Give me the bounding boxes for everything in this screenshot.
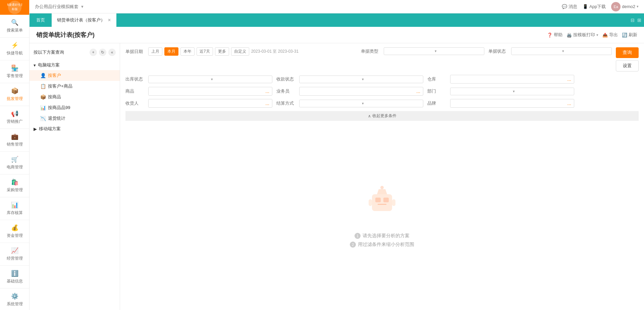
user-profile-button[interactable]: Ea demo2 ▾: [611, 2, 639, 11]
hint-num-1: 1: [355, 233, 361, 239]
doc-type-label: 单据类型: [361, 48, 381, 54]
scheme-item-by-customer-product[interactable]: 📋 按客户+商品: [30, 81, 120, 92]
receipt-status-select[interactable]: ▾: [299, 75, 423, 83]
print-button[interactable]: 🖨️ 按模板打印 ▾: [567, 32, 598, 38]
tab-sales-stats[interactable]: 销货单统计表（按客户） ✕: [52, 13, 116, 27]
sidebar-item-retail[interactable]: 🏪 零售管理: [0, 60, 30, 83]
scheme-item-by-product-99[interactable]: 📊 按商品品99: [30, 102, 120, 113]
content-layout: 按以下方案查询 + ↻ « ▾ 电脑端方案 👤: [30, 43, 644, 310]
sidebar-item-purchase[interactable]: 🛍️ 采购管理: [0, 174, 30, 197]
department-chevron-icon: ▾: [513, 89, 571, 94]
breadcrumb-chevron: ▾: [81, 4, 84, 9]
scheme-item-by-product[interactable]: 📦 按商品: [30, 92, 120, 102]
sidebar-item-finance[interactable]: 💰 资金管理: [0, 220, 30, 243]
sidebar-logo[interactable]: 畅捷通好生意 标版: [0, 0, 30, 15]
settlement-select[interactable]: ▾: [299, 100, 423, 107]
scheme-group-pc-label[interactable]: ▾ 电脑端方案: [30, 60, 120, 70]
scheme-actions: + ↻ «: [90, 49, 116, 56]
out-status-select[interactable]: ▾: [148, 75, 272, 83]
collapse-bar[interactable]: ∧ 收起更多条件: [125, 111, 639, 121]
tab-maximize-icon[interactable]: ⊞: [637, 17, 641, 23]
product-input[interactable]: ...: [148, 87, 272, 96]
tab-home[interactable]: 首页: [30, 13, 52, 27]
sidebar-item-system[interactable]: ⚙️ 系统管理: [0, 289, 30, 310]
by-customer-icon: 👤: [40, 73, 46, 78]
scheme-item-return-stats[interactable]: 📉 退货统计: [30, 113, 120, 124]
scheme-sidebar: 按以下方案查询 + ↻ « ▾ 电脑端方案 👤: [30, 43, 120, 310]
sidebar-item-search[interactable]: 🔍 搜索菜单: [0, 15, 30, 38]
sidebar-item-ecommerce[interactable]: 🛒 电商管理: [0, 152, 30, 174]
svg-rect-7: [369, 199, 372, 206]
pc-group-expand-icon: ▾: [34, 63, 36, 68]
settlement-label: 结算方式: [276, 100, 297, 106]
scheme-collapse-button[interactable]: «: [108, 49, 116, 56]
refresh-button[interactable]: 🔄 刷新: [622, 32, 637, 38]
return-stats-icon: 📉: [40, 116, 46, 121]
document-status-select[interactable]: ▾: [511, 47, 612, 55]
svg-point-10: [380, 186, 384, 189]
sidebar-item-basic[interactable]: ℹ️ 基础信息: [0, 266, 30, 289]
page-actions: ❓ 帮助 🖨️ 按模板打印 ▾ 📤 导出 🔄 刷新: [547, 32, 637, 38]
quick-nav-icon: ⚡: [0, 42, 30, 49]
date-this-month-btn[interactable]: 本月: [164, 47, 178, 56]
print-chevron-icon: ▾: [596, 33, 598, 37]
svg-text:标版: 标版: [11, 7, 18, 11]
help-button[interactable]: ❓ 帮助: [547, 32, 562, 38]
finance-icon: 💰: [0, 224, 30, 231]
date-more-btn[interactable]: 更多: [215, 47, 229, 56]
export-button[interactable]: 📤 导出: [602, 32, 618, 38]
out-status-chevron-icon: ▾: [211, 77, 269, 82]
topbar-right: 💬 消息 📱 App下载 Ea demo2 ▾: [562, 2, 639, 11]
department-select[interactable]: ▾: [450, 88, 574, 95]
recipient-dots-icon[interactable]: ...: [265, 101, 269, 106]
ecommerce-icon: 🛒: [0, 156, 30, 163]
warehouse-label: 仓库: [427, 76, 447, 82]
recipient-input[interactable]: ...: [148, 99, 272, 108]
sidebar-item-marketing[interactable]: 📢 营销推广: [0, 106, 30, 129]
sidebar-item-operations[interactable]: 📈 经营管理: [0, 243, 30, 266]
mobile-group-expand-icon: ▶: [34, 126, 37, 132]
scheme-header: 按以下方案查询 + ↻ «: [30, 46, 120, 59]
breadcrumb[interactable]: 办公用品行业模拟账套: [35, 4, 78, 10]
salesperson-dots-icon[interactable]: ...: [416, 89, 420, 94]
warehouse-input[interactable]: ...: [450, 75, 574, 84]
sidebar-item-wholesale[interactable]: 📦 批发管理: [0, 83, 30, 106]
product-dots-icon[interactable]: ...: [265, 89, 269, 94]
page-title: 销货单统计表(按客户): [36, 31, 95, 39]
tabbar-right: ⊟ ⊞: [631, 17, 644, 23]
by-product-icon: 📦: [40, 94, 46, 100]
date-last-7-days-btn[interactable]: 近7天: [197, 47, 213, 56]
doc-status-label: 单据状态: [488, 48, 508, 54]
salesperson-label: 业务员: [276, 88, 297, 94]
message-button[interactable]: 💬 消息: [562, 4, 577, 10]
tab-close-icon[interactable]: ✕: [108, 18, 111, 22]
salesperson-input[interactable]: ...: [299, 87, 423, 96]
date-custom-btn[interactable]: 自定义: [231, 47, 249, 56]
marketing-icon: 📢: [0, 110, 30, 117]
date-this-year-btn[interactable]: 本年: [180, 47, 195, 56]
sidebar-item-sales[interactable]: 💼 销售管理: [0, 129, 30, 152]
tab-minimize-icon[interactable]: ⊟: [631, 17, 635, 23]
brand-dots-icon[interactable]: ...: [567, 101, 571, 106]
scheme-add-button[interactable]: +: [90, 49, 97, 56]
empty-hint-1: 1 请先选择要分析的方案: [355, 233, 410, 239]
wholesale-icon: 📦: [0, 87, 30, 95]
scheme-refresh-button[interactable]: ↻: [99, 49, 106, 56]
purchase-icon: 🛍️: [0, 178, 30, 186]
date-last-month-btn[interactable]: 上月: [148, 47, 162, 56]
sidebar-item-quick-nav[interactable]: ⚡ 快捷导航: [0, 38, 30, 60]
document-type-select[interactable]: ▾: [384, 47, 484, 55]
scheme-group-mobile-label[interactable]: ▶ 移动端方案: [30, 124, 120, 134]
settings-button[interactable]: 设置: [616, 60, 639, 71]
brand-input[interactable]: ...: [450, 99, 574, 108]
doc-type-chevron-icon: ▾: [435, 49, 481, 53]
sidebar-item-inventory[interactable]: 📊 库存核算: [0, 197, 30, 220]
date-range-text: 2023-03-01 至 2023-03-31: [251, 49, 299, 54]
app-download-button[interactable]: 📱 App下载: [583, 4, 606, 10]
product-label: 商品: [125, 88, 146, 94]
scheme-item-by-customer[interactable]: 👤 按客户: [30, 70, 120, 81]
out-status-label: 出库状态: [125, 76, 146, 82]
svg-rect-5: [383, 198, 389, 202]
query-button[interactable]: 查询: [616, 47, 639, 58]
warehouse-dots-icon[interactable]: ...: [567, 76, 571, 82]
